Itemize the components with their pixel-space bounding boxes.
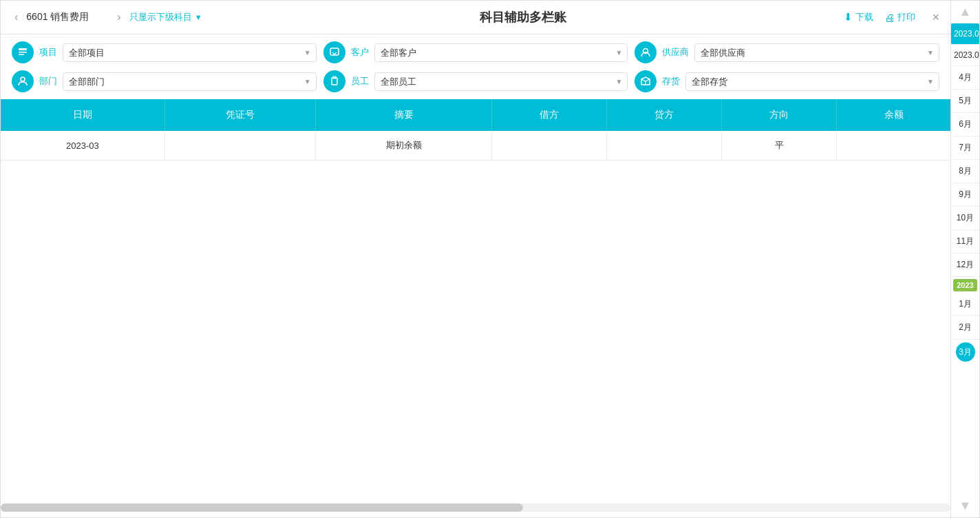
nav-next-button[interactable]: › bbox=[114, 11, 123, 23]
side-panel: ▲ 2023.03 2023.03 4月 5月 6月 7月 8月 9月 10月 … bbox=[950, 1, 979, 517]
employee-label: 员工 bbox=[351, 75, 369, 87]
side-panel-item-9[interactable]: 9月 bbox=[951, 183, 979, 207]
supplier-select[interactable]: 全部供应商 bbox=[694, 43, 939, 62]
side-panel-item-4[interactable]: 4月 bbox=[951, 66, 979, 90]
col-summary: 摘要 bbox=[315, 99, 491, 131]
main-window: ▲ 2023.03 2023.03 4月 5月 6月 7月 8月 9月 10月 … bbox=[0, 0, 980, 518]
cell-date: 2023-03 bbox=[1, 131, 164, 160]
cell-credit bbox=[607, 131, 722, 160]
side-panel-item-3-current[interactable]: 3月 bbox=[956, 342, 975, 362]
print-button[interactable]: 🖨 打印 bbox=[884, 11, 915, 23]
page-title: 科目辅助多栏账 bbox=[202, 9, 844, 25]
account-code: 6601 bbox=[26, 11, 47, 22]
side-panel-item-5[interactable]: 5月 bbox=[951, 90, 979, 113]
supplier-icon bbox=[635, 41, 657, 63]
col-date: 日期 bbox=[1, 99, 164, 131]
department-icon bbox=[12, 70, 34, 92]
side-panel-item-11[interactable]: 11月 bbox=[951, 230, 979, 253]
show-sub-toggle[interactable]: 只显示下级科目 ▼ bbox=[129, 11, 202, 23]
col-voucher: 凭证号 bbox=[164, 99, 315, 131]
inventory-select[interactable]: 全部存货 bbox=[685, 72, 939, 91]
filter-department: 部门 全部部门 bbox=[12, 70, 317, 92]
svg-rect-0 bbox=[19, 48, 27, 50]
customer-select[interactable]: 全部客户 bbox=[374, 43, 628, 62]
download-icon: ⬇ bbox=[844, 11, 853, 23]
side-panel-item-2023-03-1[interactable]: 2023.03 bbox=[951, 23, 979, 45]
account-label: 6601 销售费用 bbox=[26, 11, 109, 23]
side-panel-item-8[interactable]: 8月 bbox=[951, 160, 979, 183]
filters-panel: 项目 全部项目 客户 全部客户 bbox=[1, 34, 950, 99]
filter-project: 项目 全部项目 bbox=[12, 41, 317, 63]
side-nav-down[interactable]: ▼ bbox=[955, 495, 976, 517]
department-select[interactable]: 全部部门 bbox=[63, 72, 317, 91]
supplier-label: 供应商 bbox=[662, 46, 689, 59]
project-icon bbox=[12, 41, 34, 63]
cell-direction: 平 bbox=[722, 131, 837, 160]
customer-label: 客户 bbox=[351, 46, 369, 59]
scrollbar-thumb bbox=[1, 504, 523, 512]
col-credit: 贷方 bbox=[607, 99, 722, 131]
show-sub-label: 只显示下级科目 bbox=[129, 11, 192, 23]
cell-summary: 期初余额 bbox=[315, 131, 491, 160]
filter-supplier: 供应商 全部供应商 bbox=[635, 41, 939, 63]
svg-rect-1 bbox=[19, 52, 27, 53]
nav-prev-button[interactable]: ‹ bbox=[12, 11, 21, 23]
svg-rect-2 bbox=[19, 54, 24, 56]
print-icon: 🖨 bbox=[884, 12, 895, 23]
filter-employee: 员工 全部员工 bbox=[323, 70, 628, 92]
table-header-row: 日期 凭证号 摘要 借方 贷方 方向 余额 bbox=[1, 99, 950, 131]
col-balance: 余额 bbox=[837, 99, 950, 131]
project-select[interactable]: 全部项目 bbox=[63, 43, 317, 62]
show-sub-arrow: ▼ bbox=[195, 13, 202, 21]
header: ‹ 6601 销售费用 › 只显示下级科目 ▼ 科目辅助多栏账 ⬇ 下载 🖨 打… bbox=[1, 1, 950, 34]
main-content: ‹ 6601 销售费用 › 只显示下级科目 ▼ 科目辅助多栏账 ⬇ 下载 🖨 打… bbox=[1, 1, 950, 160]
project-select-wrap: 全部项目 bbox=[63, 43, 317, 62]
supplier-select-wrap: 全部供应商 bbox=[694, 43, 939, 62]
side-panel-item-2023-03-2[interactable]: 2023.03 bbox=[951, 45, 979, 66]
customer-icon bbox=[323, 41, 345, 63]
cell-debit bbox=[492, 131, 607, 160]
col-direction: 方向 bbox=[722, 99, 837, 131]
table-container: 日期 凭证号 摘要 借方 贷方 方向 余额 2023-03 期初余额 bbox=[1, 99, 950, 160]
side-panel-item-12[interactable]: 12月 bbox=[951, 253, 979, 277]
side-panel-item-1[interactable]: 1月 bbox=[951, 293, 979, 316]
svg-point-5 bbox=[21, 77, 25, 81]
horizontal-scrollbar[interactable] bbox=[1, 504, 950, 512]
inventory-select-wrap: 全部存货 bbox=[685, 72, 939, 91]
filter-inventory: 存货 全部存货 bbox=[635, 70, 939, 92]
employee-select[interactable]: 全部员工 bbox=[374, 72, 628, 91]
cell-voucher bbox=[164, 131, 315, 160]
employee-select-wrap: 全部员工 bbox=[374, 72, 628, 91]
filter-customer: 客户 全部客户 bbox=[323, 41, 628, 63]
download-button[interactable]: ⬇ 下载 bbox=[844, 11, 873, 23]
col-debit: 借方 bbox=[492, 99, 607, 131]
ledger-table: 日期 凭证号 摘要 借方 贷方 方向 余额 2023-03 期初余额 bbox=[1, 99, 950, 160]
side-panel-item-10[interactable]: 10月 bbox=[951, 207, 979, 230]
account-name: 销售费用 bbox=[50, 11, 89, 22]
project-label: 项目 bbox=[39, 46, 57, 59]
department-label: 部门 bbox=[39, 75, 57, 87]
inventory-label: 存货 bbox=[662, 75, 680, 87]
customer-select-wrap: 全部客户 bbox=[374, 43, 628, 62]
department-select-wrap: 全部部门 bbox=[63, 72, 317, 91]
close-button[interactable]: × bbox=[932, 10, 939, 25]
cell-balance bbox=[837, 131, 950, 160]
inventory-icon bbox=[635, 70, 657, 92]
header-actions: ⬇ 下载 🖨 打印 × bbox=[844, 10, 939, 25]
side-panel-item-7[interactable]: 7月 bbox=[951, 136, 979, 160]
side-nav-up[interactable]: ▲ bbox=[955, 1, 976, 23]
table-row: 2023-03 期初余额 平 bbox=[1, 131, 950, 160]
employee-icon bbox=[323, 70, 345, 92]
side-panel-item-2[interactable]: 2月 bbox=[951, 316, 979, 340]
side-panel-year: 2023 bbox=[953, 279, 977, 291]
side-panel-item-6[interactable]: 6月 bbox=[951, 113, 979, 136]
